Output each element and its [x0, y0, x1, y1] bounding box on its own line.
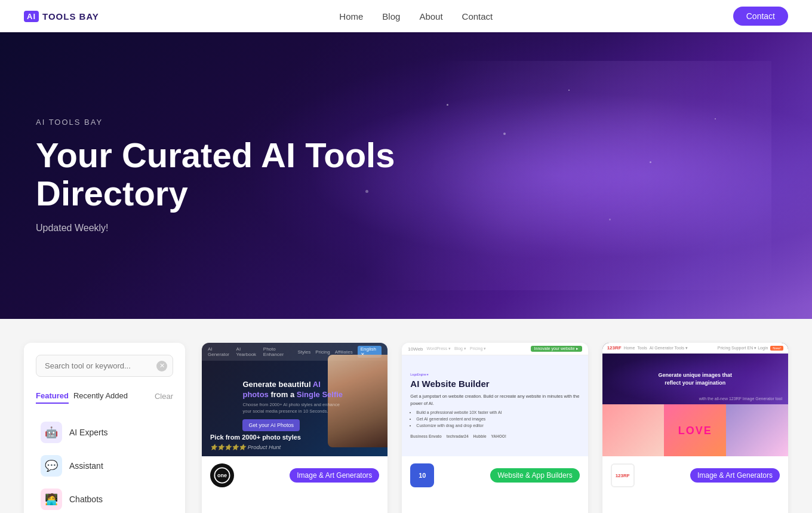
sidebar-item-chatbots[interactable]: 🧑‍💻 Chatbots	[36, 483, 173, 513]
card1-main-text: Generate beautiful AI photos from a Sing…	[242, 380, 346, 400]
tool-screenshot-2: 10Web WordPress ▾ Blog ▾ Pricing ▾ Innov…	[402, 343, 588, 456]
tool-card-3-footer: 123RF Image & Art Generators	[602, 456, 788, 494]
tool-card-123rf[interactable]: 123RF Home Tools AI Generator Tools ▾ Pr…	[602, 343, 788, 513]
tab-featured[interactable]: Featured	[36, 389, 69, 404]
sidebar-item-ai-experts[interactable]: 🤖 AI Experts	[36, 416, 173, 449]
sidebar-item-assistant[interactable]: 💬 Assistant	[36, 449, 173, 483]
nav-blog[interactable]: Blog	[382, 11, 400, 21]
assistant-label: Assistant	[69, 461, 103, 471]
card2-features: Build a professional website 10X faster …	[416, 409, 579, 429]
tool-tag-2: Website & App Builders	[490, 468, 579, 483]
tools-grid: AI GeneratorAI YearbookPhoto EnhancerSty…	[202, 343, 788, 513]
navbar: AI TOOLS BAY Home Blog About Contact Con…	[0, 0, 812, 32]
tool-tag-3: Image & Art Generators	[690, 468, 780, 483]
svg-text:one: one	[217, 472, 227, 478]
card1-sub-text: Choose from 2000+ AI photo styles and en…	[242, 402, 346, 414]
hero-content: AI TOOLS BAY Your Curated AI Tools Direc…	[0, 118, 442, 234]
card2-brand-logos: Business Envato techradar24 Hubble YAHOO…	[410, 434, 579, 438]
logo-text: TOOLS BAY	[42, 11, 99, 21]
search-clear-button[interactable]: ✕	[156, 361, 167, 371]
card2-title: AI Website Builder	[410, 379, 579, 389]
sparkle-4	[650, 161, 651, 163]
card3-headline: Generate unique images thatreflect your …	[659, 371, 733, 386]
sparkle-2	[503, 133, 506, 135]
sparkle-7	[609, 219, 611, 220]
hero-subtitle: Updated Weekly!	[36, 223, 406, 234]
ai-experts-label: AI Experts	[69, 428, 108, 437]
sparkle-6	[715, 118, 716, 119]
card1-stars: ⭐⭐⭐⭐⭐ Product Hunt	[210, 444, 281, 450]
logo-ai-badge: AI	[24, 11, 39, 22]
sparkle-1	[447, 104, 448, 106]
chatbots-label: Chatbots	[69, 494, 103, 504]
tool-card-2-footer: 10 Website & App Builders	[402, 456, 588, 494]
contact-button[interactable]: Contact	[733, 7, 788, 26]
search-input[interactable]	[36, 355, 173, 377]
card2-desc: Get a jumpstart on website creation. Bui…	[410, 393, 579, 407]
nav-links: Home Blog About Contact	[339, 11, 493, 21]
tool-logo-1: one	[210, 463, 234, 487]
hero-title: Your Curated AI Tools Directory	[36, 136, 406, 213]
tool-logo-2: 10	[410, 463, 434, 487]
nav-contact[interactable]: Contact	[462, 11, 493, 21]
nav-home[interactable]: Home	[339, 11, 363, 21]
sparkle-3	[568, 90, 570, 91]
ai-experts-icon: 🤖	[41, 422, 62, 443]
filter-tabs: Featured Recently Added Clear	[36, 389, 173, 404]
assistant-icon: 💬	[41, 455, 62, 477]
tool-logo-3: 123RF	[611, 463, 635, 487]
filter-clear[interactable]: Clear	[155, 392, 173, 401]
tool-logo-1-svg: one	[211, 465, 233, 486]
site-logo[interactable]: AI TOOLS BAY	[24, 11, 99, 22]
card3-mosaic: LOVE	[602, 404, 788, 456]
tool-card-1-footer: one Image & Art Generators	[202, 456, 387, 494]
search-box: ✕	[36, 355, 173, 377]
hero-section: AI TOOLS BAY Your Curated AI Tools Direc…	[0, 32, 812, 319]
tool-card-ai-photos[interactable]: AI GeneratorAI YearbookPhoto EnhancerSty…	[202, 343, 387, 513]
hero-eyebrow: AI TOOLS BAY	[36, 118, 406, 127]
tool-card-website-builder[interactable]: 10Web WordPress ▾ Blog ▾ Pricing ▾ Innov…	[402, 343, 588, 513]
card1-cta-button[interactable]: Get your AI Photos	[242, 419, 300, 431]
tool-tag-1: Image & Art Generators	[290, 468, 379, 483]
tool-screenshot-1: AI GeneratorAI YearbookPhoto EnhancerSty…	[202, 343, 387, 456]
sidebar: ✕ Featured Recently Added Clear 🤖 AI Exp…	[24, 343, 185, 513]
tab-recently-added[interactable]: Recently Added	[73, 389, 128, 404]
card2-logo-small: LogoEngine ▾	[410, 373, 579, 376]
tool-screenshot-3: 123RF Home Tools AI Generator Tools ▾ Pr…	[602, 343, 788, 456]
card3-sub: with the all-new 123RF Image Generator t…	[699, 397, 782, 401]
main-content: ✕ Featured Recently Added Clear 🤖 AI Exp…	[0, 319, 812, 513]
nav-about[interactable]: About	[419, 11, 442, 21]
chatbots-icon: 🧑‍💻	[41, 489, 62, 510]
